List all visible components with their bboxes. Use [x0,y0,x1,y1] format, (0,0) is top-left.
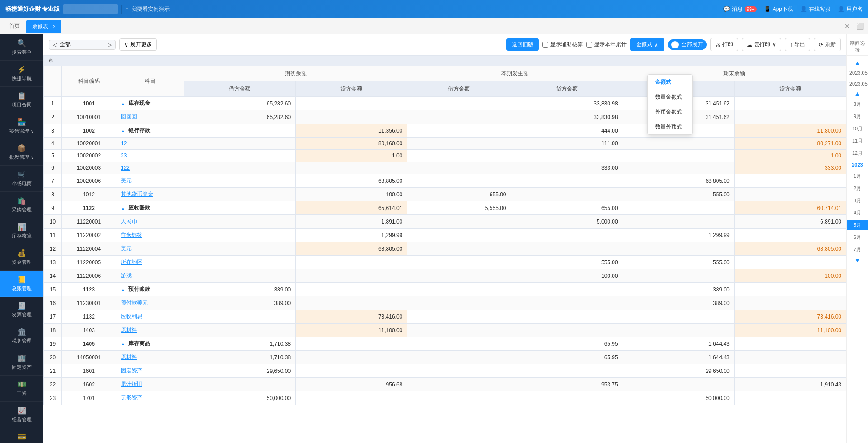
refresh-btn[interactable]: ⟳ 刷新 [814,38,841,51]
message-icon: 💬 [723,6,730,12]
cell-opening-debit [184,242,296,256]
search-bar[interactable] [63,4,118,14]
nav-left-icon[interactable]: ◁ [53,42,57,48]
sidebar-item-capital[interactable]: 💰 资金管理 [0,244,43,271]
search-input[interactable] [60,42,105,48]
cell-subject[interactable]: ▲ 预付账款 [116,283,184,296]
period-9[interactable]: 9月 [847,111,868,122]
period-10[interactable]: 10月 [847,124,868,134]
dropdown-item-foreign-amount[interactable]: 外币金额式 [648,105,692,119]
cell-opening-credit: 80,160.00 [296,138,407,150]
online-service-btn[interactable]: 👤 在线客服 [800,5,830,13]
period-5[interactable]: 5月 [847,220,868,230]
table-row: 10 11220001 人民币 1,891.00 5,000.00 6,891.… [44,215,846,229]
cell-num: 11 [44,229,62,242]
cell-subject[interactable]: ▲ 库存现金 [116,97,184,110]
sidebar-item-inventory[interactable]: 📊 库存核算 [0,218,43,244]
cell-subject[interactable]: ▲ 库存商品 [116,337,184,351]
user-avatar[interactable]: 👤 用户名 [838,5,863,13]
period-nav-up[interactable]: ▲ [854,59,861,67]
cell-closing-credit: 80,271.00 [734,138,846,150]
cell-current-debit [407,337,511,351]
sidebar-item-search[interactable]: 🔍 搜索菜单 [0,34,43,61]
sidebar-item-fixedasset[interactable]: 🏢 固定资产 [0,349,43,376]
cell-num: 23 [44,391,62,405]
expand-btn[interactable]: ∨ 展开更多 [119,38,157,51]
cell-subject: 原材料 [116,351,184,364]
table-row: 19 1405 ▲ 库存商品 1,710.38 65.95 1,644.43 [44,337,846,351]
dropdown-item-qty-foreign[interactable]: 数量外币式 [648,119,692,134]
export-btn[interactable]: ↑ 导出 [785,38,810,51]
print-icon: 🖨 [715,42,721,48]
return-old-btn[interactable]: 返回旧版 [506,38,539,51]
cloud-print-btn[interactable]: ☁ 云打印 ∨ [742,38,781,51]
close-window-btn[interactable]: ✕ [843,22,852,31]
demo-link[interactable]: ○ 我要看实例演示 [125,5,169,13]
cell-code: 1002 [62,124,116,138]
app-download-btn[interactable]: 📱 App下载 [764,5,793,13]
cell-current-debit [407,324,511,337]
sidebar-item-ledger[interactable]: 📒 总账管理 [0,271,43,297]
print-btn[interactable]: 🖨 打印 [710,38,738,51]
expand-row-icon[interactable]: ▲ [121,128,125,133]
sidebar-item-salary[interactable]: 💵 工资 [0,376,43,402]
cell-current-credit: 65.95 [511,351,623,364]
table-settings-icon[interactable]: ⚙ [48,57,53,64]
sidebar-item-quicknav[interactable]: ⚡ 快捷导航 [0,61,43,87]
dropdown-item-amount[interactable]: 金额式 [648,75,692,90]
show-auxiliary-check[interactable]: 显示辅助核算 [542,41,583,48]
expand-row-icon[interactable]: ▲ [121,287,125,292]
sidebar-item-ecommerce[interactable]: 🛒 小畅电商 [0,166,43,192]
tab-home[interactable]: 首页 [4,20,25,33]
sidebar-item-purchase[interactable]: 🛍️ 采购管理 [0,192,43,218]
period-2023-05-prev[interactable]: 2023.05 [847,68,868,77]
cell-closing-credit [734,256,846,269]
period-8[interactable]: 8月 [847,99,868,110]
show-annual-check[interactable]: 显示本年累计 [586,41,627,48]
tab-close-btn[interactable]: × [53,24,56,29]
period-4[interactable]: 4月 [847,208,868,218]
period-nav-up2[interactable]: ▲ [854,90,861,97]
message-btn[interactable]: 💬 消息 99+ [723,5,757,13]
period-6[interactable]: 6月 [847,232,868,243]
dropdown-item-qty-amount[interactable]: 数量金额式 [648,90,692,105]
tab-balance[interactable]: 余额表 × [26,20,61,33]
cell-subject: 12 [116,138,184,150]
cell-closing-credit [734,337,846,351]
table-row: 13 11220005 所在地区 555.00 555.00 [44,256,846,269]
expand-row-icon[interactable]: ▲ [121,205,125,210]
expand-all-toggle[interactable]: 全部展开 [668,39,707,50]
period-2[interactable]: 2月 [847,183,868,194]
sidebar-item-project[interactable]: 📋 项目合同 [0,87,43,113]
mode-dropdown-btn[interactable]: 金额式 ∧ [630,38,664,51]
cell-subject: 累计折旧 [116,378,184,391]
period-11[interactable]: 11月 [847,136,868,146]
cell-closing-credit [734,229,846,242]
sidebar-item-retail[interactable]: 🏪 零售管理 ∨ [0,113,43,139]
cell-current-credit [511,174,623,188]
nav-right-icon[interactable]: ▷ [108,42,112,48]
sidebar-item-reimbursement[interactable]: 💳 小畅报销 [0,428,43,443]
period-1[interactable]: 1月 [847,171,868,181]
period-year-2023[interactable]: 2023 [847,160,868,169]
sidebar-item-invoice[interactable]: 🧾 发票管理 [0,297,43,323]
search-box[interactable]: ◁ ▷ [49,40,116,50]
cell-opening-debit [184,269,296,283]
period-7[interactable]: 7月 [847,244,868,255]
sidebar-item-management[interactable]: 📈 经营管理 [0,402,43,428]
period-nav-down[interactable]: ▼ [854,257,861,264]
cell-opening-debit [184,215,296,229]
cell-num: 1 [44,97,62,110]
period-2023-05-cur[interactable]: 2023.05 [847,79,868,88]
cell-current-debit [407,310,511,324]
cell-subject[interactable]: ▲ 应收账款 [116,201,184,215]
sidebar-item-wholesale[interactable]: 📦 批发管理 ∨ [0,139,43,166]
cell-subject[interactable]: ▲ 银行存款 [116,124,184,138]
period-12[interactable]: 12月 [847,148,868,158]
expand-row-icon[interactable]: ▲ [121,341,125,346]
cell-closing-debit [623,150,734,162]
expand-row-icon[interactable]: ▲ [121,101,125,106]
maximize-btn[interactable]: ⬜ [855,22,864,31]
period-3[interactable]: 3月 [847,195,868,206]
sidebar-item-tax[interactable]: 🏛️ 税务管理 [0,323,43,349]
